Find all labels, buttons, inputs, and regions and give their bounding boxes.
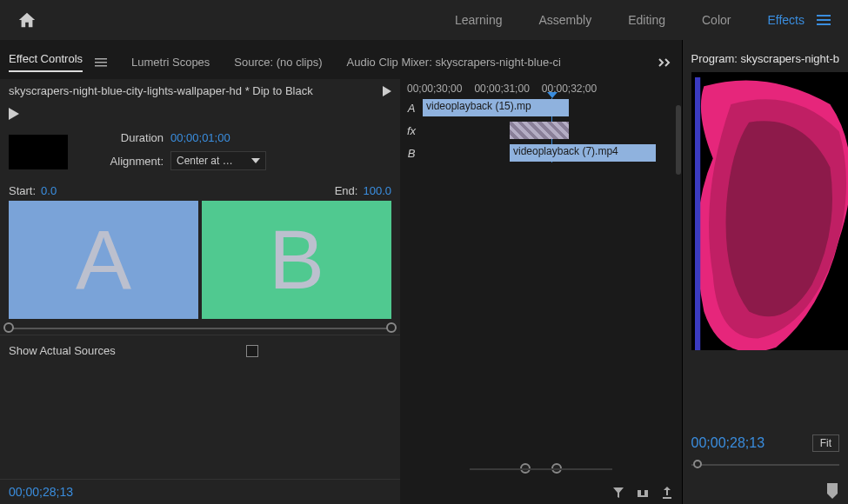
program-timecode[interactable]: 00;00;28;13: [691, 435, 765, 451]
svg-rect-5: [95, 65, 107, 67]
clip-a[interactable]: videoplayback (15).mp: [423, 99, 569, 116]
tab-color[interactable]: Color: [702, 13, 731, 27]
svg-rect-4: [95, 62, 107, 63]
svg-rect-3: [95, 58, 107, 60]
panel-menu-icon[interactable]: [95, 57, 107, 68]
tab-lumetri-scopes[interactable]: Lumetri Scopes: [131, 56, 210, 69]
alignment-label: Alignment:: [80, 155, 164, 168]
tab-learning[interactable]: Learning: [455, 13, 503, 27]
program-viewport[interactable]: [691, 72, 849, 428]
track-fx-label: fx: [400, 124, 423, 137]
duration-label: Duration: [80, 131, 164, 144]
end-label: End:: [335, 184, 358, 197]
ruler-tick: 00;00;30;00: [407, 83, 462, 95]
program-scrubber[interactable]: [691, 464, 840, 466]
source-b-tile[interactable]: B: [202, 201, 391, 319]
vertical-scrollbar[interactable]: [675, 105, 682, 452]
effect-controls-panel: Effect Controls Lumetri Scopes Source: (…: [0, 40, 682, 504]
b-letter: B: [269, 212, 324, 308]
export-icon[interactable]: [661, 487, 673, 499]
show-sources-label: Show Actual Sources: [9, 344, 116, 357]
clip-fx[interactable]: [510, 122, 569, 139]
ruler-tick: 00;00;31;00: [474, 83, 529, 95]
workspace-tabs: Learning Assembly Editing Color Effects: [455, 13, 805, 27]
a-letter: A: [76, 212, 131, 308]
tab-effects[interactable]: Effects: [767, 13, 805, 27]
transition-slider[interactable]: [0, 319, 400, 335]
hamburger-icon[interactable]: [817, 14, 831, 26]
end-value[interactable]: 100.0: [363, 184, 391, 197]
mini-timeline-zoom[interactable]: [400, 464, 682, 473]
preview-thumbnail: [9, 135, 68, 169]
video-frame: [695, 77, 849, 350]
timecode-display[interactable]: 00;00;28;13: [0, 479, 400, 504]
chevron-down-icon: [251, 158, 260, 163]
overflow-icon[interactable]: [658, 57, 673, 68]
tab-assembly[interactable]: Assembly: [538, 13, 591, 27]
track-b-label: B: [400, 147, 423, 160]
alignment-select[interactable]: Center at …: [170, 151, 266, 170]
home-icon[interactable]: [17, 10, 37, 30]
slider-knob-end[interactable]: [386, 322, 397, 333]
top-bar: Learning Assembly Editing Color Effects: [0, 0, 848, 40]
start-label: Start:: [9, 184, 36, 197]
play-icon[interactable]: [9, 108, 19, 120]
svg-rect-6: [638, 490, 641, 497]
source-a-tile[interactable]: A: [9, 201, 198, 319]
play-right-icon[interactable]: [383, 86, 391, 96]
zoom-fit-dropdown[interactable]: Fit: [812, 434, 839, 452]
marker-icon[interactable]: [825, 483, 839, 499]
tab-audio-clip-mixer[interactable]: Audio Clip Mixer: skyscrapers-night-blue…: [347, 56, 561, 69]
svg-rect-2: [817, 23, 831, 25]
slider-knob-start[interactable]: [3, 322, 14, 333]
clip-title: skyscrapers-night-blue-city-lights-wallp…: [9, 84, 383, 97]
scrollbar-thumb[interactable]: [676, 105, 681, 175]
tab-effect-controls[interactable]: Effect Controls: [9, 52, 83, 72]
tab-editing[interactable]: Editing: [628, 13, 665, 27]
svg-rect-9: [695, 77, 700, 350]
svg-rect-7: [644, 490, 648, 497]
scrubber-knob[interactable]: [693, 460, 702, 468]
tab-source[interactable]: Source: (no clips): [234, 56, 322, 69]
effect-mini-timeline: 00;00;30;00 00;00;31;00 00;00;32;00 A vi…: [400, 79, 682, 504]
start-value[interactable]: 0.0: [41, 184, 57, 197]
program-title[interactable]: Program: skyscrapers-night-b: [691, 52, 840, 65]
svg-rect-0: [817, 15, 831, 17]
snap-icon[interactable]: [637, 487, 649, 499]
panel-tab-strip: Effect Controls Lumetri Scopes Source: (…: [0, 40, 682, 79]
time-ruler[interactable]: 00;00;30;00 00;00;31;00 00;00;32;00: [400, 79, 682, 98]
track-a-label: A: [400, 102, 423, 115]
clip-b[interactable]: videoplayback (7).mp4: [510, 144, 656, 162]
show-sources-checkbox[interactable]: [246, 345, 258, 357]
alignment-selected: Center at …: [177, 155, 233, 167]
program-monitor-panel: Program: skyscrapers-night-b 00;00;28;13…: [682, 40, 849, 504]
svg-rect-1: [817, 19, 831, 21]
duration-value[interactable]: 00;00;01;00: [170, 131, 230, 144]
filter-icon[interactable]: [612, 487, 624, 499]
svg-rect-8: [641, 495, 644, 497]
effect-properties: skyscrapers-night-blue-city-lights-wallp…: [0, 79, 400, 504]
